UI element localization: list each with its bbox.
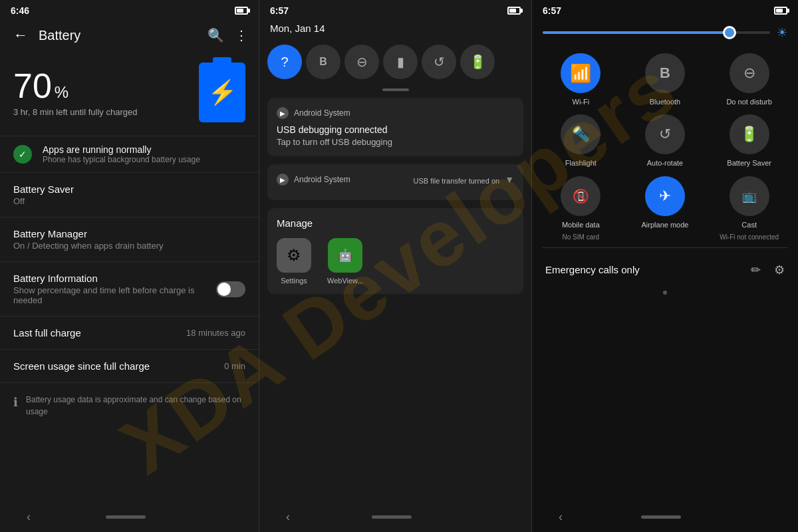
nav-back-2[interactable]: ‹	[286, 510, 290, 524]
qs-wifi-label: Wi-Fi	[573, 97, 590, 106]
battery-manager-item[interactable]: Battery Manager On / Detecting when apps…	[0, 217, 259, 262]
battery-manager-title: Battery Manager	[13, 228, 245, 239]
dot-indicator	[532, 287, 798, 299]
apps-banner-text: Apps are running normally Phone has typi…	[43, 144, 200, 164]
quick-tile-battery[interactable]: 🔋	[460, 45, 495, 79]
brightness-thumb[interactable]	[723, 26, 736, 39]
manage-app-settings[interactable]: ⚙ Settings	[277, 238, 311, 285]
status-icons-2	[507, 7, 521, 15]
qs-batterysaver-icon: 🔋	[730, 114, 769, 154]
notif-chevron-2: ▼	[505, 174, 514, 185]
battery-hero-text: 70 % 3 hr, 8 min left until fully charge…	[13, 68, 199, 117]
qs-tile-dnd[interactable]: ⊖ Do not disturb	[711, 53, 787, 106]
emergency-text: Emergency calls only	[545, 264, 640, 275]
status-bar-3: 6:57	[532, 0, 798, 19]
settings-app-icon: ⚙	[277, 238, 311, 273]
battery-settings-panel: 6:46 ← Battery 🔍 ⋮ 70 % 3 hr, 8 min left…	[0, 0, 259, 532]
qs-wifi-icon: 📶	[561, 53, 600, 93]
status-bar-1: 6:46	[0, 0, 259, 19]
brightness-slider[interactable]	[543, 31, 770, 34]
notif-app-name-1: Android System	[294, 108, 514, 118]
wifi-tile-icon: ?	[281, 55, 288, 70]
qs-grid: 📶 Wi-Fi B Bluetooth ⊖ Do not disturb 🔦 F…	[532, 47, 798, 247]
qs-tile-wifi[interactable]: 📶 Wi-Fi	[543, 53, 619, 106]
qs-airplane-label: Airplane mode	[642, 220, 689, 229]
qs-flashlight-icon: 🔦	[561, 114, 600, 154]
screen-usage-value: 0 min	[224, 361, 245, 371]
notif-body-1: Tap to turn off USB debugging	[277, 137, 514, 147]
status-bar-2: 6:57	[259, 0, 531, 19]
notif-header-2: ▶ Android System USB file transfer turne…	[277, 174, 514, 186]
quick-tile-flashlight[interactable]: ▮	[383, 45, 418, 79]
toolbar-1: ← Battery 🔍 ⋮	[0, 19, 259, 52]
dot	[663, 291, 667, 295]
qs-tile-autorotate[interactable]: ↺ Auto-rotate	[627, 114, 704, 168]
notification-card-2[interactable]: ▶ Android System USB file transfer turne…	[267, 164, 523, 200]
quick-tile-wifi[interactable]: ?	[267, 45, 302, 79]
qs-mobiledata-sublabel: No SIM card	[563, 233, 600, 241]
notif-header-1: ▶ Android System	[277, 107, 514, 119]
apps-running-subtitle: Phone has typical background battery usa…	[43, 155, 200, 164]
apps-running-title: Apps are running normally	[43, 144, 200, 155]
qs-batterysaver-label: Battery Saver	[727, 158, 771, 168]
battery-percent-display: 70 %	[13, 68, 199, 103]
qs-airplane-icon: ✈	[645, 176, 685, 216]
more-icon[interactable]: ⋮	[235, 27, 248, 43]
quick-tile-dnd[interactable]: ⊖	[344, 45, 379, 79]
battery-saver-item[interactable]: Battery Saver Off	[0, 173, 259, 217]
battery-info-toggle[interactable]	[216, 281, 245, 297]
battery-info-subtitle: Show percentage and time left before cha…	[13, 285, 216, 305]
battery-saver-title: Battery Saver	[13, 184, 245, 195]
last-charge-value: 18 minutes ago	[186, 328, 245, 338]
manage-section: Manage ⚙ Settings 🤖 WebView...	[267, 208, 523, 294]
nav-bar-3: ‹	[532, 502, 798, 532]
qs-tile-batterysaver[interactable]: 🔋 Battery Saver	[711, 114, 787, 168]
qs-cast-sublabel: Wi-Fi not connected	[720, 233, 779, 241]
battery-icon-3	[774, 7, 787, 15]
disclaimer-text: Battery usage data is approximate and ca…	[26, 394, 245, 418]
qs-tile-airplane[interactable]: ✈ Airplane mode	[627, 176, 704, 241]
info-icon: ℹ	[13, 395, 18, 410]
nav-pill-2	[372, 515, 412, 519]
nav-back-3[interactable]: ‹	[559, 510, 563, 524]
emergency-settings-icon[interactable]: ⚙	[774, 263, 785, 277]
qs-tile-flashlight[interactable]: 🔦 Flashlight	[543, 114, 619, 168]
screen-usage-label: Screen usage since full charge	[13, 360, 150, 372]
battery-icon-1	[235, 7, 248, 15]
qs-cast-icon: 📺	[730, 176, 769, 216]
search-icon[interactable]: 🔍	[207, 27, 224, 43]
qs-tile-mobiledata[interactable]: 📵 Mobile data No SIM card	[543, 176, 619, 241]
nav-bar-2: ‹	[259, 502, 531, 532]
manage-title: Manage	[277, 217, 514, 229]
notification-date: Mon, Jan 14	[259, 19, 531, 41]
qs-flashlight-label: Flashlight	[565, 158, 597, 168]
quick-tile-autorotate[interactable]: ↺	[422, 45, 456, 79]
notif-detail-2: USB file transfer turned on	[414, 177, 500, 185]
last-charge-label: Last full charge	[13, 327, 81, 338]
emergency-edit-icon[interactable]: ✏	[751, 263, 761, 277]
qs-tile-bluetooth[interactable]: B Bluetooth	[627, 53, 704, 106]
qs-mobiledata-label: Mobile data	[562, 220, 600, 229]
last-charge-row: Last full charge 18 minutes ago	[0, 317, 259, 350]
quick-tile-bluetooth[interactable]: B	[306, 45, 340, 79]
dnd-tile-icon: ⊖	[356, 54, 368, 70]
emergency-bar: Emergency calls only ✏ ⚙	[532, 253, 798, 287]
page-title: Battery	[39, 28, 200, 43]
apps-normal-icon: ✓	[13, 145, 32, 164]
manage-apps-row: ⚙ Settings 🤖 WebView...	[277, 238, 514, 285]
battery-info-item[interactable]: Battery Information Show percentage and …	[0, 262, 259, 317]
quick-tiles-row: ? B ⊖ ▮ ↺ 🔋	[259, 41, 531, 86]
qs-dnd-label: Do not disturb	[726, 97, 771, 106]
brightness-row: ☀	[532, 19, 798, 47]
battery-graphic: ⚡	[199, 63, 245, 122]
time-1: 6:46	[11, 5, 29, 16]
battery-manager-subtitle: On / Detecting when apps drain battery	[13, 241, 245, 251]
notif-title-1: USB debugging connected	[277, 124, 514, 135]
back-button[interactable]: ←	[11, 24, 31, 47]
webview-app-icon: 🤖	[328, 238, 362, 273]
notification-card-1[interactable]: ▶ Android System USB debugging connected…	[267, 98, 523, 156]
nav-back-1[interactable]: ‹	[27, 510, 31, 524]
manage-app-webview[interactable]: 🤖 WebView...	[327, 238, 364, 285]
qs-tile-cast[interactable]: 📺 Cast Wi-Fi not connected	[711, 176, 787, 241]
indicator-bar	[382, 88, 409, 91]
